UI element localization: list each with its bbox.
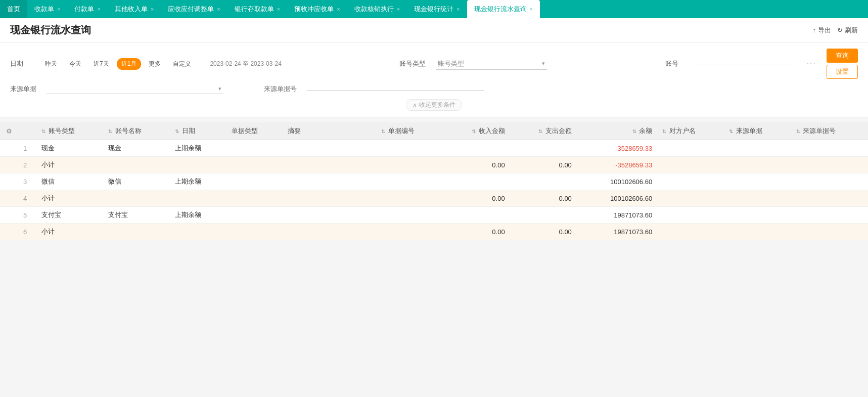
date-btn-custom[interactable]: 自定义	[168, 58, 196, 70]
sort-icon: ⇅	[796, 128, 800, 134]
account-input[interactable]	[696, 63, 797, 65]
date-btn-today[interactable]: 今天	[65, 58, 86, 70]
td-source-doc	[724, 224, 791, 240]
td-source-doc	[724, 140, 791, 157]
td-doc-no	[376, 173, 443, 190]
td-expense	[510, 207, 577, 224]
td-date: 上期余额	[170, 207, 226, 224]
date-btn-more[interactable]: 更多	[144, 58, 165, 70]
close-icon[interactable]: ×	[337, 6, 340, 12]
filter-area: 日期 昨天 今天 近7天 近1月 更多 自定义 2023-02-24 至 202…	[0, 42, 868, 117]
date-btn-yesterday[interactable]: 昨天	[40, 58, 62, 70]
th-source-doc-no[interactable]: ⇅ 来源单据号	[791, 122, 868, 140]
td-summary	[283, 140, 376, 157]
nav-label: 收款核销执行	[354, 5, 394, 14]
table-header-row: ⚙ ⇅ 账号类型 ⇅ 账号名称 ⇅ 日期 单据类型	[0, 122, 868, 140]
export-label: 导出	[818, 26, 831, 35]
query-button[interactable]: 查询	[827, 49, 858, 63]
close-icon[interactable]: ×	[530, 6, 533, 12]
export-icon: ↑	[813, 26, 816, 34]
sort-icon: ⇅	[662, 128, 666, 134]
td-source-doc-no	[791, 173, 868, 190]
td-rownum: 3	[18, 173, 36, 190]
source-doc-label: 来源单据	[10, 84, 36, 94]
td-expense: 0.00	[510, 157, 577, 173]
account-label: 账号	[665, 59, 686, 68]
close-icon[interactable]: ×	[397, 6, 400, 12]
td-account-name	[103, 224, 170, 240]
td-counterpart	[657, 140, 724, 157]
nav-item-verify[interactable]: 收款核销执行 ×	[347, 0, 407, 18]
nav-label: 现金银行统计	[414, 5, 453, 14]
close-icon[interactable]: ×	[277, 6, 280, 12]
td-expense	[510, 140, 577, 157]
export-button[interactable]: ↑ 导出	[813, 26, 832, 35]
td-account-type: 微信	[36, 173, 103, 190]
sort-icon: ⇅	[381, 128, 385, 134]
th-account-type[interactable]: ⇅ 账号类型	[36, 122, 103, 140]
table-row[interactable]: 2小计0.000.00-3528659.33	[0, 157, 868, 173]
gear-icon[interactable]: ⚙	[6, 127, 12, 135]
td-account-name: 现金	[103, 140, 170, 157]
td-balance: -3528659.33	[577, 140, 657, 157]
td-account-name	[103, 190, 170, 207]
close-icon[interactable]: ×	[456, 6, 460, 12]
table-row[interactable]: 1现金现金上期余额-3528659.33	[0, 140, 868, 157]
table-row[interactable]: 6小计0.000.0019871073.60	[0, 224, 868, 240]
account-dots-button[interactable]: ···	[807, 59, 816, 68]
table-row[interactable]: 3微信微信上期余额100102606.60	[0, 173, 868, 190]
close-icon[interactable]: ×	[97, 6, 100, 12]
sort-icon: ⇅	[41, 128, 45, 134]
td-settings	[0, 224, 18, 240]
nav-item-cashflow[interactable]: 现金银行流水查询 ×	[467, 0, 540, 18]
td-source-doc-no	[791, 190, 868, 207]
nav-item-statistics[interactable]: 现金银行统计 ×	[407, 0, 467, 18]
close-icon[interactable]: ×	[151, 6, 154, 12]
th-expense[interactable]: ⇅ 支出金额	[510, 122, 577, 140]
nav-item-adjustment[interactable]: 应收应付调整单 ×	[161, 0, 227, 18]
td-summary	[283, 173, 376, 190]
nav-item-other-income[interactable]: 其他收入单 ×	[108, 0, 161, 18]
th-source-doc[interactable]: ⇅ 来源单据	[724, 122, 791, 140]
nav-item-home[interactable]: 首页	[0, 0, 27, 18]
nav-item-bank-deposit[interactable]: 银行存取款单 ×	[227, 0, 287, 18]
date-btn-1month[interactable]: 近1月	[117, 58, 142, 70]
th-date[interactable]: ⇅ 日期	[170, 122, 226, 140]
table-row[interactable]: 4小计0.000.00100102606.60	[0, 190, 868, 207]
td-balance: 100102606.60	[577, 190, 657, 207]
nav-item-receipt[interactable]: 收款单 ×	[27, 0, 67, 18]
source-doc-select[interactable]: ▾	[47, 84, 223, 94]
close-icon[interactable]: ×	[217, 6, 220, 12]
settings-button[interactable]: 设置	[827, 65, 858, 79]
table-row[interactable]: 5支付宝支付宝上期余额19871073.60	[0, 207, 868, 224]
th-balance[interactable]: ⇅ 余额	[577, 122, 657, 140]
th-counterpart[interactable]: ⇅ 对方户名	[657, 122, 724, 140]
chevron-down-icon: ▾	[542, 60, 545, 67]
source-doc-num-input[interactable]	[307, 88, 484, 91]
td-source-doc-no	[791, 157, 868, 173]
nav-item-payment[interactable]: 付款单 ×	[67, 0, 107, 18]
th-settings[interactable]: ⚙	[0, 122, 18, 140]
date-btn-7days[interactable]: 近7天	[89, 58, 114, 70]
nav-item-prepay[interactable]: 预收冲应收单 ×	[287, 0, 347, 18]
nav-label: 收款单	[34, 5, 54, 14]
account-type-placeholder: 账号类型	[438, 59, 542, 68]
account-type-select[interactable]: 账号类型 ▾	[436, 58, 547, 70]
td-account-type: 小计	[36, 224, 103, 240]
td-doc-type	[226, 190, 283, 207]
td-income	[443, 207, 510, 224]
th-doc-no[interactable]: ⇅ 单据编号	[376, 122, 443, 140]
account-type-label: 账号类型	[399, 59, 426, 68]
collapse-button[interactable]: ∧ 收起更多条件	[406, 99, 462, 111]
nav-label: 付款单	[74, 5, 94, 14]
refresh-button[interactable]: ↻ 刷新	[837, 26, 858, 35]
page-header: 现金银行流水查询 ↑ 导出 ↻ 刷新	[0, 18, 868, 42]
td-rownum: 6	[18, 224, 36, 240]
th-account-name[interactable]: ⇅ 账号名称	[103, 122, 170, 140]
td-date	[170, 190, 226, 207]
th-income[interactable]: ⇅ 收入金额	[443, 122, 510, 140]
close-icon[interactable]: ×	[57, 6, 60, 12]
data-table: ⚙ ⇅ 账号类型 ⇅ 账号名称 ⇅ 日期 单据类型	[0, 122, 868, 240]
nav-label-home: 首页	[7, 5, 20, 14]
filter-row-date: 日期 昨天 今天 近7天 近1月 更多 自定义 2023-02-24 至 202…	[10, 49, 858, 79]
